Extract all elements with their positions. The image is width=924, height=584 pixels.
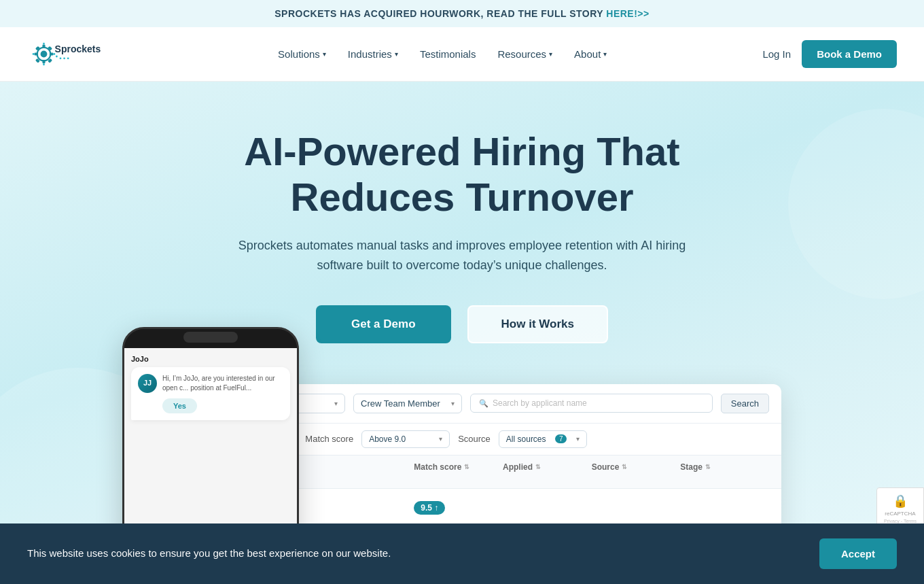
nav-link-about[interactable]: About ▾	[566, 43, 615, 65]
chevron-down-icon: ▾	[549, 50, 552, 58]
chevron-down-icon: ▾	[323, 50, 326, 58]
position-filter[interactable]: Crew Team Member ▾	[353, 394, 462, 413]
chat-yes-button[interactable]: Yes	[162, 398, 197, 413]
dashboard-filter-row-2: Time applied | Match score Above 9.0 ▾ S…	[224, 424, 781, 456]
svg-point-11	[43, 64, 45, 66]
chevron-down-icon: ▾	[603, 50, 607, 58]
svg-rect-5	[50, 52, 54, 55]
svg-point-12	[33, 53, 35, 55]
sort-icon: ⇅	[535, 464, 541, 470]
col-source: Source ⇅	[592, 462, 681, 472]
phone-notch	[124, 329, 297, 348]
svg-point-18	[67, 57, 69, 59]
nav-item-resources[interactable]: Resources ▾	[489, 43, 561, 65]
book-demo-button[interactable]: Book a Demo	[802, 40, 897, 68]
logo[interactable]: Sprockets	[27, 35, 122, 73]
announcement-text: SPROCKETS HAS ACQUIRED HOURWORK, READ TH…	[274, 8, 606, 19]
logo-svg: Sprockets	[27, 35, 122, 73]
sort-icon: ⇅	[464, 464, 469, 470]
phone-chat-header: JoJo	[131, 355, 290, 363]
login-link[interactable]: Log In	[762, 48, 791, 60]
match-score-badge: 9.5 ↑	[414, 501, 445, 515]
col-applied: Applied ⇅	[503, 462, 592, 472]
sort-icon: ⇅	[622, 464, 627, 470]
nav-right: Log In Book a Demo	[762, 40, 897, 68]
get-demo-button[interactable]: Get a Demo	[316, 305, 450, 343]
cookie-accept-button[interactable]: Accept	[819, 538, 897, 569]
source-filter-label: Scource	[458, 434, 491, 444]
nav-item-testimonials[interactable]: Testimonials	[412, 43, 484, 65]
table-header: Match score ⇅ Applied ⇅ Source ⇅ Stage ⇅…	[224, 456, 781, 489]
phone-notch-pill	[183, 332, 238, 343]
hero-buttons: Get a Demo How it Works	[316, 305, 608, 343]
sort-icon: ⇅	[705, 464, 711, 470]
svg-point-16	[60, 57, 62, 59]
match-score-filter-label: Match score	[305, 434, 353, 444]
nav-link-industries[interactable]: Industries ▾	[340, 43, 406, 65]
chevron-down-icon: ▾	[576, 435, 580, 443]
chat-message: Hi, I’m JoJo, are you interested in our …	[162, 374, 283, 393]
svg-point-10	[43, 43, 45, 45]
recaptcha-icon: 🔒	[893, 494, 908, 509]
nav-item-industries[interactable]: Industries ▾	[340, 43, 406, 65]
source-count-badge: 7	[555, 434, 567, 443]
chevron-down-icon: ▾	[395, 50, 398, 58]
nav-link-testimonials[interactable]: Testimonials	[412, 43, 484, 65]
cookie-text: This website uses cookies to ensure you …	[27, 546, 391, 562]
chevron-down-icon: ▾	[451, 400, 455, 407]
svg-rect-3	[42, 60, 45, 64]
svg-rect-2	[42, 45, 45, 49]
announcement-bar: SPROCKETS HAS ACQUIRED HOURWORK, READ TH…	[0, 0, 924, 27]
svg-text:Sprockets: Sprockets	[55, 44, 101, 54]
search-icon: 🔍	[479, 399, 488, 408]
nav-links: Solutions ▾ Industries ▾ Testimonials Re…	[270, 43, 615, 65]
svg-point-15	[56, 56, 58, 58]
chevron-down-icon: ▾	[439, 435, 442, 443]
match-score-filter[interactable]: Above 9.0 ▾	[361, 430, 450, 448]
hero-subtitle: Sprockets automates manual tasks and imp…	[238, 236, 686, 275]
ai-avatar: JJ	[138, 374, 157, 393]
recaptcha-privacy: Privacy - Terms	[884, 519, 917, 523]
source-filter[interactable]: All sources 7 ▾	[499, 430, 587, 448]
nav-link-resources[interactable]: Resources ▾	[489, 43, 561, 65]
how-it-works-button[interactable]: How it Works	[467, 305, 608, 343]
col-stage: Stage ⇅	[680, 462, 769, 472]
svg-point-17	[63, 57, 65, 59]
nav-link-solutions[interactable]: Solutions ▾	[270, 43, 334, 65]
col-match: Match score ⇅	[414, 462, 503, 472]
hero-section: AI-Powered Hiring That Reduces Turnover …	[0, 82, 924, 584]
nav-item-solutions[interactable]: Solutions ▾	[270, 43, 334, 65]
hero-title: AI-Powered Hiring That Reduces Turnover	[244, 129, 679, 220]
chevron-down-icon: ▾	[334, 400, 338, 407]
svg-rect-4	[35, 52, 39, 55]
row-match: 9.5 ↑	[414, 501, 503, 515]
applicant-search[interactable]: 🔍 Search by applicant name	[470, 394, 713, 413]
navigation: Sprockets Solutions ▾ Industries ▾ Testi…	[0, 27, 924, 82]
svg-point-1	[41, 51, 48, 58]
chat-bubble: JJ Hi, I’m JoJo, are you interested in o…	[131, 367, 290, 420]
announcement-link[interactable]: HERE!>>	[606, 8, 649, 19]
cookie-banner: This website uses cookies to ensure you …	[0, 523, 924, 584]
search-button[interactable]: Search	[721, 394, 769, 413]
chat-text-area: Hi, I’m JoJo, are you interested in our …	[162, 374, 283, 413]
recaptcha-label: reCAPTCHA	[885, 511, 915, 517]
dashboard-filter-row-1: Location 03 ▾ Crew Team Member ▾ 🔍 Searc…	[224, 384, 781, 424]
nav-item-about[interactable]: About ▾	[566, 43, 615, 65]
